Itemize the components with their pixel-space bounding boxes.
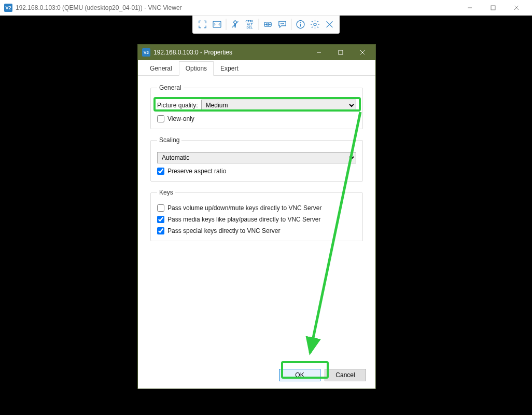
group-keys-legend: Keys (157, 189, 175, 196)
dialog-minimize-button[interactable] (308, 45, 330, 60)
pass-media-label: Pass media keys like play/pause directly… (167, 216, 320, 223)
cancel-button[interactable]: Cancel (325, 369, 366, 381)
settings-icon[interactable] (309, 18, 322, 31)
group-general: General Picture quality: Medium View-onl… (150, 84, 363, 129)
vnc-logo-icon: V2 (142, 48, 150, 57)
minimize-button[interactable] (458, 1, 481, 15)
pin-icon[interactable] (229, 18, 242, 31)
view-only-label: View-only (167, 115, 194, 122)
close-button[interactable] (505, 1, 528, 15)
ok-button[interactable]: OK (279, 369, 320, 381)
dialog-button-row: OK Cancel (138, 364, 375, 389)
pass-special-label: Pass special keys directly to VNC Server (167, 227, 280, 234)
tab-expert[interactable]: Expert (214, 61, 245, 76)
info-icon[interactable] (294, 18, 307, 31)
group-keys: Keys Pass volume up/down/mute keys direc… (150, 189, 363, 241)
transfer-icon[interactable] (261, 18, 275, 31)
maximize-button[interactable] (481, 1, 505, 15)
viewer-content-area: CTRL ALT DEL V2 192.168.0.103:0 - Proper… (0, 16, 532, 415)
dialog-close-button[interactable] (352, 45, 373, 60)
pass-volume-checkbox[interactable] (157, 204, 164, 212)
svg-point-8 (284, 23, 284, 24)
tab-general[interactable]: General (143, 61, 179, 76)
preserve-aspect-label: Preserve aspect ratio (167, 168, 226, 175)
svg-point-11 (300, 22, 301, 23)
tab-options[interactable]: Options (179, 61, 214, 76)
fullscreen-icon[interactable] (196, 18, 209, 31)
picture-quality-label: Picture quality: (157, 102, 198, 109)
dialog-titlebar[interactable]: V2 192.168.0.103:0 - Properties (138, 45, 375, 60)
pass-special-checkbox[interactable] (157, 227, 164, 234)
vnc-toolbar: CTRL ALT DEL (192, 16, 340, 34)
app-titlebar: V2 192.168.0.103:0 (QEMU (udesktop20_04-… (0, 0, 532, 16)
vnc-logo-icon: V2 (4, 4, 12, 12)
scaling-select[interactable]: Automatic (157, 152, 356, 163)
dialog-title: 192.168.0.103:0 - Properties (153, 49, 308, 56)
close-session-icon[interactable] (323, 18, 337, 31)
preserve-aspect-checkbox[interactable] (157, 168, 164, 175)
group-scaling: Scaling Automatic Preserve aspect ratio (150, 136, 363, 182)
ctrl-alt-del-icon[interactable]: CTRL ALT DEL (243, 18, 257, 31)
svg-rect-4 (213, 21, 221, 27)
tab-content-options: General Picture quality: Medium View-onl… (138, 76, 375, 364)
group-scaling-legend: Scaling (157, 136, 181, 144)
view-only-checkbox[interactable] (157, 115, 164, 122)
dialog-maximize-button[interactable] (330, 45, 352, 60)
pass-media-checkbox[interactable] (157, 216, 164, 223)
group-general-legend: General (157, 84, 184, 91)
svg-rect-1 (491, 6, 495, 10)
svg-point-12 (314, 23, 316, 26)
app-title: 192.168.0.103:0 (QEMU (udesktop20_04-01)… (16, 4, 458, 11)
properties-dialog: V2 192.168.0.103:0 - Properties General … (137, 44, 376, 389)
svg-point-6 (281, 23, 282, 24)
chat-icon[interactable] (276, 18, 289, 31)
svg-point-7 (282, 23, 283, 24)
pass-volume-label: Pass volume up/down/mute keys directly t… (167, 204, 321, 212)
dialog-tabs: General Options Expert (138, 61, 375, 76)
svg-rect-16 (339, 50, 343, 54)
picture-quality-select[interactable]: Medium (201, 100, 356, 111)
window-fit-icon[interactable] (211, 18, 224, 31)
